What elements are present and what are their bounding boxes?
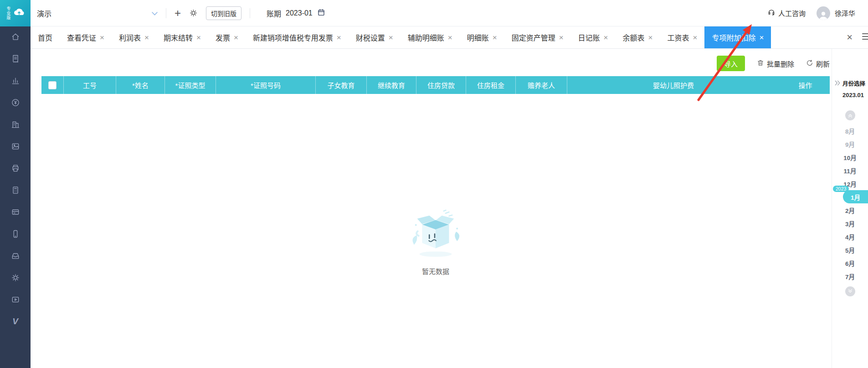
tab-label: 财税设置 xyxy=(356,32,385,43)
logo-badge-label: 专业版 xyxy=(6,6,12,20)
tab-item-3[interactable]: 期末结转× xyxy=(156,26,208,48)
refresh-button[interactable]: 刷新 xyxy=(806,59,830,68)
scroll-months-down-icon[interactable] xyxy=(845,286,855,296)
month-item-8月[interactable]: 8月 xyxy=(832,124,868,137)
tab-close-icon[interactable]: × xyxy=(559,34,564,41)
tab-item-6[interactable]: 财税设置× xyxy=(349,26,401,48)
month-item-10月[interactable]: 10月 xyxy=(832,150,868,164)
tab-close-icon[interactable]: × xyxy=(604,34,608,41)
reports-icon[interactable] xyxy=(10,76,21,86)
month-item-2月[interactable]: 2月 xyxy=(832,203,868,217)
video-icon[interactable] xyxy=(10,295,21,305)
tab-close-icon[interactable]: × xyxy=(693,34,698,41)
tab-close-icon[interactable]: × xyxy=(144,34,149,41)
scroll-months-up-icon[interactable] xyxy=(845,110,855,120)
tab-item-10[interactable]: 日记账× xyxy=(571,26,616,48)
sidebar-nav: V xyxy=(0,26,31,327)
month-item-3月[interactable]: 3月 xyxy=(832,217,868,230)
select-all-checkbox[interactable] xyxy=(48,81,56,89)
tab-close-icon[interactable]: × xyxy=(648,34,653,41)
select-all-cell xyxy=(41,76,64,94)
add-account-set-icon[interactable]: + xyxy=(175,7,181,20)
tab-close-icon[interactable]: × xyxy=(100,34,104,41)
month-item-11月[interactable]: 11月 xyxy=(832,164,868,177)
tab-item-9[interactable]: 固定资产管理× xyxy=(504,26,571,48)
month-item-4月[interactable]: 4月 xyxy=(832,230,868,243)
month-list: 8月9月10月11月12月1月2月3月4月5月6月7月 xyxy=(832,124,868,283)
tab-item-11[interactable]: 余额表× xyxy=(616,26,660,48)
inbox-icon[interactable] xyxy=(10,251,21,261)
support-link[interactable]: 人工咨询 xyxy=(767,8,806,18)
tab-label: 工资表 xyxy=(668,32,689,43)
tab-close-icon[interactable]: × xyxy=(389,34,393,41)
company-icon[interactable] xyxy=(10,119,21,130)
tab-item-0[interactable]: 首页 xyxy=(31,26,60,48)
batch-delete-button[interactable]: 批量删除 xyxy=(757,59,794,68)
headset-icon xyxy=(767,8,776,18)
tab-close-icon[interactable]: × xyxy=(448,34,452,41)
tab-item-8[interactable]: 明细账× xyxy=(460,26,504,48)
funds-icon[interactable] xyxy=(10,98,21,108)
period-value[interactable]: 2023-01 xyxy=(286,9,313,17)
tab-close-icon[interactable]: × xyxy=(337,34,341,41)
v-brand-icon[interactable]: V xyxy=(10,316,21,327)
mobile-doc-icon[interactable] xyxy=(10,229,21,239)
refresh-label: 刷新 xyxy=(816,59,830,68)
tab-close-icon[interactable]: × xyxy=(493,34,497,41)
tab-close-icon[interactable]: × xyxy=(196,34,201,41)
month-panel-title: 月份选择 xyxy=(842,79,865,88)
images-icon[interactable] xyxy=(10,141,21,151)
tab-label: 固定资产管理 xyxy=(512,32,555,43)
settings-icon[interactable] xyxy=(10,273,21,283)
data-grid: 工号*姓名*证照类型*证照号码子女教育继续教育住房贷款住房租金赡养老人婴幼儿照护… xyxy=(41,76,830,276)
app-logo[interactable]: 专业版 xyxy=(0,0,31,26)
user-avatar[interactable] xyxy=(817,6,830,20)
column-header-2: *证照类型 xyxy=(165,76,216,94)
tab-item-4[interactable]: 发票× xyxy=(208,26,246,48)
close-tabs-icon[interactable]: × xyxy=(847,32,853,42)
empty-state: 暂无数据 xyxy=(41,208,830,276)
grid-body: 暂无数据 xyxy=(41,208,830,276)
empty-text: 暂无数据 xyxy=(422,266,449,276)
tab-item-2[interactable]: 利润表× xyxy=(112,26,156,48)
import-button[interactable]: 导入 xyxy=(717,56,745,71)
tab-bar-controls: × xyxy=(842,26,868,48)
printer-icon[interactable] xyxy=(10,163,21,173)
chevron-down-icon xyxy=(152,9,158,17)
tab-list-icon[interactable] xyxy=(862,31,868,43)
refresh-icon xyxy=(806,59,813,68)
trash-icon xyxy=(757,59,764,68)
collapse-panel-icon[interactable] xyxy=(834,79,841,87)
username[interactable]: 徐泽华 xyxy=(835,8,855,18)
tab-label: 专项附加扣除 xyxy=(712,32,755,43)
month-item-6月[interactable]: 6月 xyxy=(832,256,868,270)
month-item-9月[interactable]: 9月 xyxy=(832,137,868,150)
tab-close-icon[interactable]: × xyxy=(234,34,238,41)
month-item-5月[interactable]: 5月 xyxy=(832,243,868,256)
payroll-icon[interactable] xyxy=(10,207,21,217)
month-item-1月[interactable]: 1月 xyxy=(843,190,868,203)
column-header-6: 住房贷款 xyxy=(416,76,466,94)
account-settings-gear-icon[interactable] xyxy=(189,9,198,17)
workspace-selector[interactable]: 演示 xyxy=(37,8,158,19)
month-item-7月[interactable]: 7月 xyxy=(832,270,868,283)
calculator-icon[interactable] xyxy=(10,185,21,195)
tab-item-1[interactable]: 查看凭证× xyxy=(60,26,112,48)
workspace-name: 演示 xyxy=(37,8,51,19)
tab-item-12[interactable]: 工资表× xyxy=(660,26,705,48)
column-header-8: 赡养老人 xyxy=(516,76,567,94)
home-icon[interactable] xyxy=(10,32,21,42)
tab-item-13[interactable]: 专项附加扣除× xyxy=(704,26,771,48)
column-header-3: *证照号码 xyxy=(216,76,316,94)
month-panel: 月份选择 2023.01 8月9月10月11月12月1月2月3月4月5月6月7月… xyxy=(832,49,868,368)
tab-label: 发票 xyxy=(216,32,230,43)
tab-label: 余额表 xyxy=(623,32,645,43)
tab-item-7[interactable]: 辅助明细账× xyxy=(401,26,460,48)
tab-close-icon[interactable]: × xyxy=(759,34,764,41)
switch-old-version-button[interactable]: 切到旧版 xyxy=(206,6,241,20)
work-area: 导入 批量删除 刷新 xyxy=(31,49,832,368)
tab-item-5[interactable]: 新建销项增值税专用发票× xyxy=(246,26,349,48)
column-header-5: 继续教育 xyxy=(367,76,416,94)
invoice-icon[interactable] xyxy=(10,54,21,64)
calendar-icon[interactable] xyxy=(317,8,325,18)
